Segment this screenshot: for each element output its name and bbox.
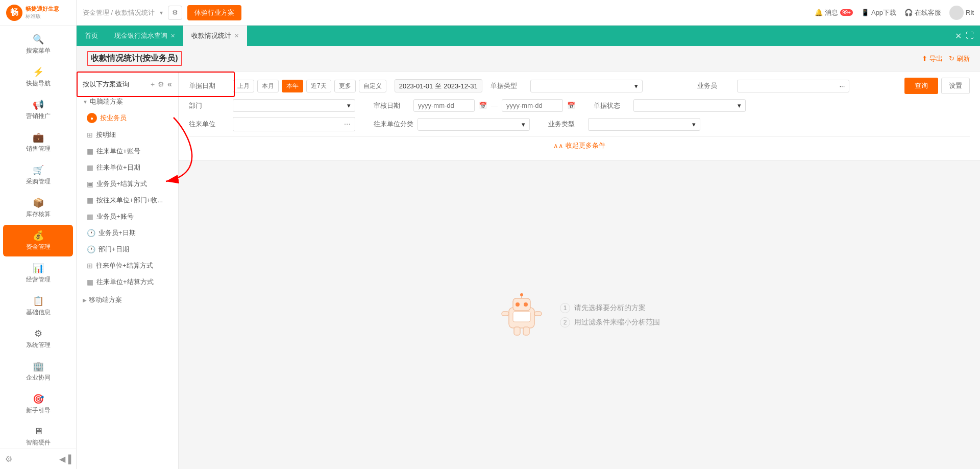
hint-num-1: 1	[560, 303, 570, 313]
scheme-item-partner-payment2[interactable]: ▦ 往来单位+结算方式	[77, 274, 178, 290]
tab-bank[interactable]: 现金银行流水查询 ✕	[106, 26, 183, 46]
date-custom[interactable]: 自定义	[359, 80, 386, 92]
sidebar-item-hardware[interactable]: 🖥 智能硬件	[3, 421, 73, 449]
date-label: 单据日期	[189, 81, 225, 90]
query-btn[interactable]: 查询	[904, 78, 938, 94]
scheme-item-partner-dept[interactable]: ▦ 按往来单位+部门+收...	[77, 192, 178, 208]
filter-row-1: 单据日期 上月 本月 本年 近7天 更多 自定义 2023-01-01 至	[189, 78, 970, 94]
sidebar-item-quicknav[interactable]: ⚡ 快捷导航	[3, 61, 73, 93]
sidebar-footer: ⚙ ◀▐	[0, 449, 76, 469]
expand-icon: ▼	[83, 99, 88, 105]
svg-rect-7	[534, 312, 542, 316]
scheme-item-dept-date[interactable]: 🕐 部门+日期	[77, 241, 178, 257]
sidebar-item-guide[interactable]: 🎯 新手引导	[3, 388, 73, 420]
top-bar-right: 🔔 消息 99+ 📱 App下载 🎧 在线客服 Rit	[815, 6, 974, 20]
mobile-section-title[interactable]: ▶ 移动端方案	[77, 292, 178, 308]
counterpart-select[interactable]: ···	[233, 117, 355, 131]
chevron-down-icon: ▾	[634, 82, 638, 90]
sidebar-item-system[interactable]: ⚙ 系统管理	[3, 323, 73, 355]
hint-2: 2 用过滤条件来缩小分析范围	[560, 317, 660, 327]
salesperson-select[interactable]: ···	[737, 80, 849, 92]
review-date-from[interactable]	[413, 99, 475, 112]
scheme-item-partner-payment1[interactable]: ⊞ 往来单位+结算方式	[77, 257, 178, 274]
sidebar-item-inventory[interactable]: 📦 库存核算	[3, 192, 73, 224]
sidebar-item-purchase[interactable]: 🛒 采购管理	[3, 159, 73, 191]
scheme-item-detail[interactable]: ⊞ 按明细	[77, 127, 178, 143]
robot-svg	[499, 292, 545, 338]
biz-type-select[interactable]: ▾	[588, 118, 700, 131]
tab-collection[interactable]: 收款情况统计 ✕	[183, 26, 247, 46]
calendar-from-icon[interactable]: 📅	[479, 102, 487, 109]
export-icon: ⬆	[922, 55, 927, 62]
online-service-btn[interactable]: 🎧 在线客服	[904, 8, 941, 17]
review-date-to[interactable]	[502, 99, 563, 112]
scheme-item-salesperson-payment[interactable]: ▣ 业务员+结算方式	[77, 176, 178, 192]
date-7days[interactable]: 近7天	[306, 80, 331, 92]
headset-icon: 🎧	[904, 9, 913, 16]
empty-state: 1 请先选择要分析的方案 2 用过滤条件来缩小分析范围	[499, 292, 660, 338]
date-last-month[interactable]: 上月	[233, 80, 254, 92]
gear-btn[interactable]: ⚙	[168, 6, 182, 20]
filter-area: 单据日期 上月 本月 本年 近7天 更多 自定义 2023-01-01 至	[179, 72, 980, 161]
window-close-btn[interactable]: ✕	[955, 31, 962, 41]
message-btn[interactable]: 🔔 消息 99+	[815, 8, 853, 17]
dept-select[interactable]: ▾	[233, 99, 355, 112]
pc-section-title[interactable]: ▼ 电脑端方案	[77, 94, 178, 109]
grid2-icon: ⊞	[87, 262, 93, 270]
sidebar-item-finance[interactable]: 💰 资金管理	[3, 225, 73, 256]
doc-status-select[interactable]: ▾	[633, 99, 746, 112]
date-this-year[interactable]: 本年	[282, 80, 303, 92]
collapse-filters-btn[interactable]: ∧∧ 收起更多条件	[189, 136, 970, 154]
svg-point-5	[520, 293, 523, 296]
sidebar-item-basicinfo[interactable]: 📋 基础信息	[3, 290, 73, 322]
guide-icon: 🎯	[33, 393, 44, 405]
collapse-sidebar-btn[interactable]: ◀▐	[59, 454, 71, 464]
top-bar-left: 资金管理 / 收款情况统计 ▾ ⚙ 体验行业方案	[83, 5, 241, 20]
date-range-display: 2023-01-01 至 2023-12-31	[395, 79, 482, 92]
table3-icon: ▦	[87, 196, 93, 204]
filter-row-2: 部门 ▾ 审核日期 📅 — 📅	[189, 99, 970, 112]
breadcrumb: 资金管理 / 收款情况统计	[83, 8, 155, 17]
user-avatar	[949, 6, 964, 20]
window-maximize-btn[interactable]: ⛶	[966, 31, 974, 40]
scheme-item-salesperson[interactable]: ● 按业务员	[77, 109, 178, 127]
scheme-item-salesperson-acct[interactable]: ▦ 业务员+账号	[77, 208, 178, 225]
close-tab-collection[interactable]: ✕	[234, 33, 239, 39]
grid-icon: ⊞	[87, 131, 93, 139]
settings-footer-btn[interactable]: ⚙	[5, 454, 12, 464]
sidebar-item-marketing[interactable]: 📢 营销推广	[3, 94, 73, 126]
tab-home[interactable]: 首页	[77, 26, 106, 46]
svg-rect-10	[513, 312, 530, 322]
sidebar-item-sales[interactable]: 💼 销售管理	[3, 127, 73, 158]
empty-robot-illustration	[499, 292, 545, 338]
sidebar-item-corp[interactable]: 🏢 企业协同	[3, 356, 73, 387]
add-scheme-btn[interactable]: +	[151, 80, 155, 88]
sidebar-item-operation[interactable]: 📊 经营管理	[3, 257, 73, 289]
date-this-month[interactable]: 本月	[257, 80, 279, 92]
refresh-btn[interactable]: ↻ 刷新	[949, 54, 970, 63]
table2-icon: ▦	[87, 163, 93, 172]
settings-query-btn[interactable]: 设置	[941, 78, 970, 94]
sidebar: 畅 畅捷通好生意 标准版 🔍 搜索菜单 ⚡ 快捷导航 📢 营销推广 💼 销售管理	[0, 0, 77, 469]
scheme-item-partner-date[interactable]: ▦ 往来单位+日期	[77, 159, 178, 176]
scheme-item-partner-account[interactable]: ▦ 往来单位+账号	[77, 143, 178, 159]
doc-type-select[interactable]: ▾	[530, 80, 643, 92]
scheme-settings-btn[interactable]: ⚙	[158, 80, 164, 88]
top-bar: 资金管理 / 收款情况统计 ▾ ⚙ 体验行业方案 🔔 消息 99+ 📱 App下…	[77, 0, 980, 26]
operation-icon: 📊	[33, 263, 44, 274]
breadcrumb-chevron[interactable]: ▾	[160, 9, 163, 16]
user-profile[interactable]: Rit	[949, 6, 974, 20]
collapse-panel-btn[interactable]: «	[167, 80, 172, 89]
close-tab-bank[interactable]: ✕	[170, 33, 175, 39]
export-btn[interactable]: ⬆ 导出	[922, 54, 943, 63]
more-icon: ···	[840, 82, 845, 90]
calendar-to-icon[interactable]: 📅	[567, 102, 575, 109]
svg-point-3	[524, 302, 528, 307]
trial-btn[interactable]: 体验行业方案	[187, 5, 241, 20]
counterpart-type-select[interactable]: ▾	[418, 118, 530, 131]
app-download-btn[interactable]: 📱 App下载	[861, 8, 896, 17]
sidebar-item-search[interactable]: 🔍 搜索菜单	[3, 29, 73, 60]
date-more[interactable]: 更多	[334, 80, 356, 92]
counterpart-more-icon[interactable]: ···	[344, 120, 351, 129]
scheme-item-salesperson-date[interactable]: 🕐 业务员+日期	[77, 225, 178, 241]
